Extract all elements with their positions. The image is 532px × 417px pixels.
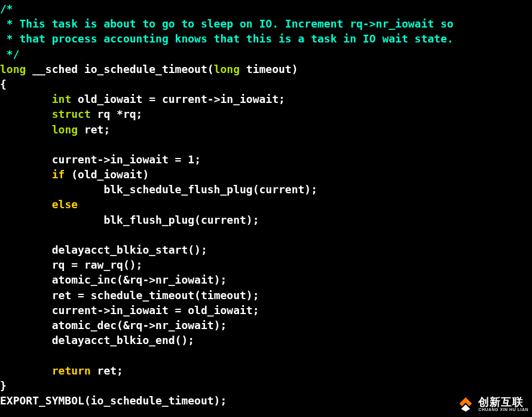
brace: { xyxy=(0,78,7,90)
brand-text: 创新互联 CHUANG XIN HU LIAN xyxy=(478,397,528,412)
statement: ; xyxy=(194,153,201,166)
declaration: ret; xyxy=(78,123,110,136)
code-block: /* * This task is about to go to sleep o… xyxy=(0,1,532,408)
keyword-long: long xyxy=(0,63,26,75)
export-macro: EXPORT_SYMBOL(io_schedule_timeout); xyxy=(0,394,227,407)
statement: atomic_dec(&rq->nr_iowait); xyxy=(52,319,227,331)
statement: current->in_iowait = xyxy=(52,153,188,166)
brand-name-en: CHUANG XIN HU LIAN xyxy=(478,407,528,412)
statement: atomic_inc(&rq->nr_iowait); xyxy=(52,273,227,286)
keyword-int: int xyxy=(52,93,72,105)
statement: delayacct_blkio_start(); xyxy=(52,243,207,256)
statement: ret; xyxy=(91,364,123,377)
declaration: old_iowait = current->in_iowait; xyxy=(71,93,285,105)
logo-icon xyxy=(457,395,475,413)
brand-name-cn: 创新互联 xyxy=(478,397,524,407)
comment-line: * that process accounting knows that thi… xyxy=(0,32,454,45)
watermark: 创新互联 CHUANG XIN HU LIAN xyxy=(457,395,528,413)
brace: } xyxy=(0,379,7,392)
statement: current->in_iowait = old_iowait; xyxy=(52,304,259,316)
function-signature: __sched io_schedule_timeout( xyxy=(26,63,213,75)
param: timeout) xyxy=(240,63,298,75)
statement: delayacct_blkio_end(); xyxy=(52,334,194,346)
comment-line: * This task is about to go to sleep on I… xyxy=(0,17,454,30)
declaration: rq *rq; xyxy=(91,108,143,120)
statement: blk_flush_plug(current); xyxy=(103,214,259,226)
statement: rq = raw_rq(); xyxy=(52,258,143,271)
keyword-long: long xyxy=(52,123,78,136)
keyword-else: else xyxy=(52,198,78,211)
condition: (old_iowait) xyxy=(65,168,149,181)
statement: blk_schedule_flush_plug(current); xyxy=(103,183,317,196)
comment-line: */ xyxy=(0,48,20,60)
keyword-if: if xyxy=(52,168,65,181)
keyword-struct: struct xyxy=(52,108,91,120)
literal-number: 1 xyxy=(188,153,194,166)
statement: ret = schedule_timeout(timeout); xyxy=(52,289,259,302)
keyword-return: return xyxy=(52,364,91,377)
keyword-long: long xyxy=(214,63,240,75)
comment-line: /* xyxy=(0,2,13,15)
